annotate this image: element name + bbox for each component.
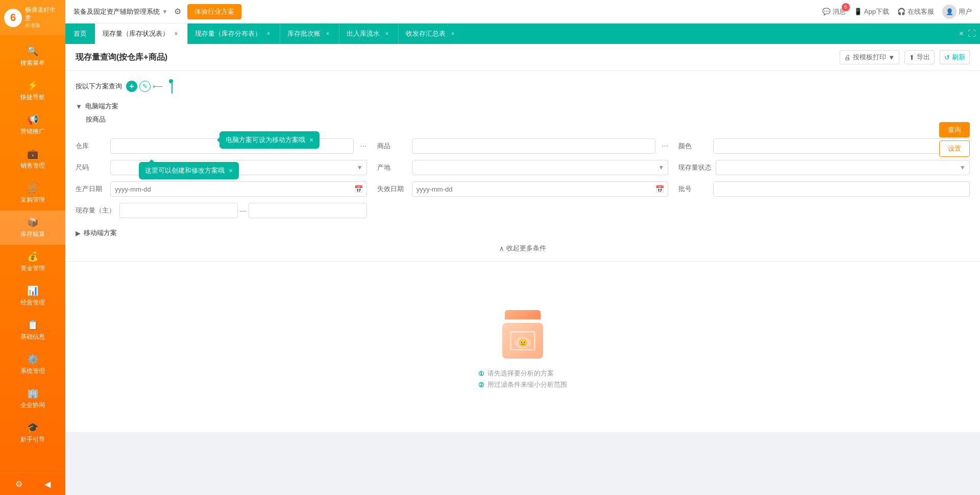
sidebar-item-search-menu[interactable]: 🔍 搜索菜单 xyxy=(0,39,65,74)
user-area[interactable]: 👤 用户 xyxy=(942,5,972,19)
filter-arrow-button[interactable]: ⟵ xyxy=(153,82,163,90)
stock-qty-min-input[interactable] xyxy=(119,203,238,218)
tooltip-2-close[interactable]: × xyxy=(229,167,233,175)
color-select[interactable] xyxy=(713,138,970,154)
sidebar-item-basics[interactable]: 📋 基础信息 xyxy=(0,313,65,347)
tab-inventory-dist[interactable]: 现存量（库存分布表） × xyxy=(187,23,280,44)
tab-home[interactable]: 首页 xyxy=(65,23,95,44)
sidebar-collapse-btn[interactable]: ◀ xyxy=(44,479,51,489)
filter-row-color: 颜色 ▼ xyxy=(678,138,970,154)
stock-status-select[interactable] xyxy=(716,160,970,175)
mobile-scheme-item[interactable]: ▶ 移动端方案 xyxy=(76,226,970,240)
mobile-scheme-arrow-icon[interactable]: ▶ xyxy=(76,229,81,237)
sidebar-item-guide[interactable]: 🎓 新手引导 xyxy=(0,416,65,450)
refresh-button[interactable]: ↺ 刷新 xyxy=(940,50,970,64)
pc-scheme-arrow-icon[interactable]: ▼ xyxy=(76,103,82,110)
origin-select[interactable] xyxy=(412,160,669,175)
pc-scheme-label: 电脑端方案 xyxy=(85,102,118,111)
collapse-conditions-button[interactable]: ∧ 收起更多条件 xyxy=(499,244,546,253)
search-button[interactable]: 查询 xyxy=(939,122,970,137)
system-icon: ⚙️ xyxy=(27,353,38,365)
produce-date-wrapper: 📅 xyxy=(110,181,367,197)
print-template-button[interactable]: 🖨 按模板打印 ▼ xyxy=(840,50,899,64)
sidebar-settings-btn[interactable]: ⚙ xyxy=(15,479,22,489)
sidebar-item-sales[interactable]: 💼 销售管理 xyxy=(0,142,65,176)
dot-line xyxy=(172,83,173,93)
tab-summary-close[interactable]: × xyxy=(449,30,457,38)
message-icon: 💬 xyxy=(822,8,830,15)
produce-date-input[interactable] xyxy=(110,181,367,197)
dot-top xyxy=(169,79,173,83)
filter-edit-button[interactable]: ✎ xyxy=(139,81,151,92)
filter-header: 按以下方案查询 + ✎ ⟵ xyxy=(76,79,970,93)
online-support-btn[interactable]: 🎧 在线客服 xyxy=(897,7,934,16)
export-button[interactable]: ⬆ 导出 xyxy=(904,50,935,64)
filter-label: 按以下方案查询 xyxy=(76,82,122,91)
collapse-label: 收起更多条件 xyxy=(506,244,546,253)
refresh-label: 刷新 xyxy=(952,53,965,62)
message-btn[interactable]: 💬 6 消息 xyxy=(822,7,846,16)
size-label: 尺码 xyxy=(76,163,106,172)
color-label: 颜色 xyxy=(678,142,709,151)
sidebar-item-enterprise[interactable]: 🏢 企业协同 xyxy=(0,382,65,416)
tab-close-all-btn[interactable]: × xyxy=(959,29,964,38)
empty-illustration: 😐 xyxy=(492,302,553,359)
app-download-btn[interactable]: 📱 App下载 xyxy=(854,7,889,16)
goods-more-icon[interactable]: ··· xyxy=(662,142,668,151)
stock-status-label: 现存量状态 xyxy=(678,163,712,172)
chevron-down-icon: ▼ xyxy=(162,8,168,15)
industry-plan-button[interactable]: 体验行业方案 xyxy=(187,4,241,19)
sidebar-item-system[interactable]: ⚙️ 系统管理 xyxy=(0,347,65,382)
set-button[interactable]: 设置 xyxy=(939,140,970,157)
phone-icon: 📱 xyxy=(854,8,862,15)
tooltip-1-close[interactable]: × xyxy=(309,136,313,144)
logo-badge: 标准版 xyxy=(25,22,61,29)
sidebar-logo[interactable]: 6 畅通道好生意 标准版 xyxy=(0,0,65,35)
batch-input[interactable] xyxy=(713,181,970,197)
sidebar-item-label-operations: 经营管理 xyxy=(20,298,45,307)
pc-scheme-item[interactable]: ▼ 电脑端方案 xyxy=(76,100,970,113)
tab-inventory-status[interactable]: 现存量（库存状况表） × xyxy=(95,23,187,44)
batch-label: 批号 xyxy=(678,184,709,194)
origin-select-wrapper: ▼ xyxy=(412,160,669,175)
tooltip-create-scheme: 这里可以创建和修改方案哦 × xyxy=(139,162,239,179)
tab-batch-close[interactable]: × xyxy=(324,30,332,38)
enterprise-icon: 🏢 xyxy=(27,388,38,399)
tab-summary[interactable]: 收发存汇总表 × xyxy=(398,23,464,44)
sidebar-item-purchase[interactable]: 🛒 采购管理 xyxy=(0,176,65,210)
inventory-icon: 📦 xyxy=(27,217,38,228)
sidebar-item-operations[interactable]: 📊 经营管理 xyxy=(0,279,65,313)
warehouse-more-icon[interactable]: ··· xyxy=(360,142,366,151)
stock-qty-max-input[interactable] xyxy=(249,203,367,218)
tab-inventory-dist-close[interactable]: × xyxy=(264,30,273,38)
sidebar-item-label-finance: 资金管理 xyxy=(20,264,45,273)
system-select[interactable]: 装备及固定资产辅助管理系统 ▼ xyxy=(74,7,168,16)
sidebar-item-label-marketing: 营销推广 xyxy=(20,127,45,136)
pc-scheme-sub-item[interactable]: 按商品 xyxy=(86,113,970,126)
online-support-label: 在线客服 xyxy=(908,7,934,16)
tab-inout-close[interactable]: × xyxy=(383,30,391,38)
sales-icon: 💼 xyxy=(27,148,38,159)
settings-gear-icon[interactable]: ⚙ xyxy=(174,7,181,16)
sidebar-item-label-system: 系统管理 xyxy=(20,367,45,375)
logo-name: 畅通道好生意 xyxy=(25,6,61,22)
goods-input[interactable] xyxy=(412,138,655,154)
sidebar-item-inventory[interactable]: 📦 库存核算 xyxy=(0,210,65,245)
tab-batch[interactable]: 库存批次账 × xyxy=(280,23,339,44)
logo-icon: 6 xyxy=(4,9,22,27)
sidebar-item-label-guide: 新手引导 xyxy=(20,435,45,444)
stock-qty-range: — xyxy=(119,203,367,218)
quick-nav-icon: ⚡ xyxy=(27,80,38,91)
tab-inout[interactable]: 出入库流水 × xyxy=(339,23,398,44)
system-name: 装备及固定资产辅助管理系统 xyxy=(74,7,160,16)
mobile-scheme-area: ▶ 移动端方案 xyxy=(76,226,970,240)
export-label: 导出 xyxy=(917,53,930,62)
sidebar-item-marketing[interactable]: 📢 营销推广 xyxy=(0,108,65,142)
tab-inventory-status-close[interactable]: × xyxy=(172,30,180,38)
sidebar-item-quick-nav[interactable]: ⚡ 快捷导航 xyxy=(0,74,65,108)
main-content: 现存量查询(按仓库+商品) 🖨 按模板打印 ▼ ⬆ 导出 ↺ 刷新 按以下方案查… xyxy=(65,44,980,495)
tab-fullscreen-btn[interactable]: ⛶ xyxy=(968,29,976,38)
filter-add-button[interactable]: + xyxy=(126,81,137,92)
expire-date-input[interactable] xyxy=(412,181,669,197)
sidebar-item-finance[interactable]: 💰 资金管理 xyxy=(0,245,65,279)
